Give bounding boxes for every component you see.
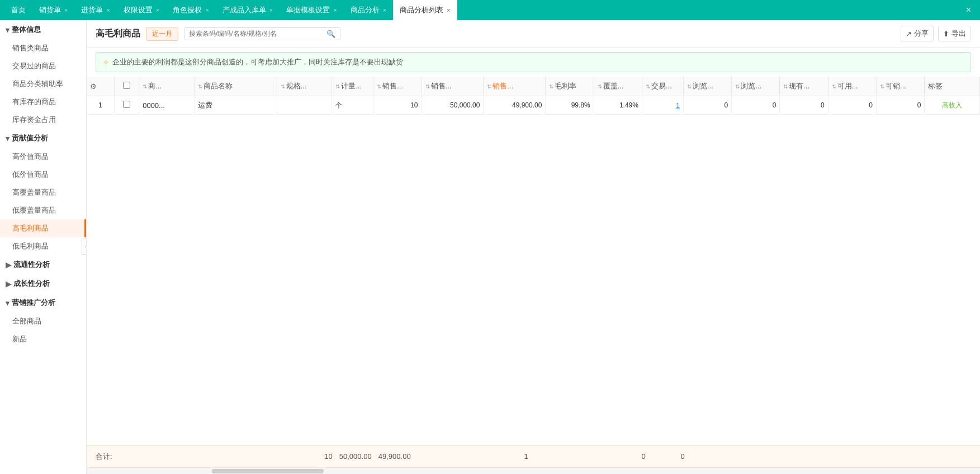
col-header-settings[interactable]: ⚙ xyxy=(87,77,114,96)
nav-tab-analysis[interactable]: 商品分析 × xyxy=(344,0,393,20)
col-header-checkbox[interactable] xyxy=(114,77,139,96)
footer-total: 合计: 10 50,000.00 49,900.00 1 0 0 xyxy=(87,445,980,467)
col-header-cover: ⇅ 覆盖... xyxy=(594,77,642,96)
cell-cover: 1.49% xyxy=(594,96,642,115)
sidebar-item-new-goods[interactable]: 新品 xyxy=(0,330,86,348)
time-filter-button[interactable]: 近一月 xyxy=(146,27,178,41)
cell-check[interactable] xyxy=(114,96,139,115)
close-icon[interactable]: × xyxy=(106,7,110,13)
sidebar-item-category-rate[interactable]: 商品分类辅助率 xyxy=(0,75,86,93)
nav-tab-analysis-list[interactable]: 商品分析列表 × xyxy=(393,0,457,20)
sort-icon[interactable]: ⇅ xyxy=(880,83,884,90)
sidebar-item-stock-capital[interactable]: 库存资金占用 xyxy=(0,111,86,129)
content-header: 高毛利商品 近一月 🔍 ↗ 分享 ⬆ 导出 xyxy=(87,20,980,48)
sidebar-item-sales-goods[interactable]: 销售类商品 xyxy=(0,39,86,57)
close-icon[interactable]: × xyxy=(383,7,386,13)
share-icon: ↗ xyxy=(906,30,912,38)
sort-icon[interactable]: ⇅ xyxy=(832,83,836,90)
sort-icon[interactable]: ⇅ xyxy=(598,83,602,90)
search-icon[interactable]: 🔍 xyxy=(326,30,335,38)
sidebar-item-low-profit[interactable]: 低毛利商品 xyxy=(0,237,86,255)
close-icon[interactable]: × xyxy=(64,7,68,13)
sidebar-item-high-coverage[interactable]: 高覆盖量商品 xyxy=(0,184,86,201)
cell-sales-profit: 49,900.00 xyxy=(484,96,546,115)
col-header-browse2: ⇅ 浏览... xyxy=(732,77,780,96)
info-bar: ✧ 企业的主要的利润都是这部分商品创造的，可考虑加大推广，同时关注库存是不要出现… xyxy=(96,52,971,72)
export-button[interactable]: ⬆ 导出 xyxy=(938,26,971,41)
scroll-thumb[interactable] xyxy=(212,469,324,473)
close-icon[interactable]: × xyxy=(205,7,209,13)
close-icon[interactable]: × xyxy=(447,7,450,13)
sort-icon[interactable]: ⇅ xyxy=(281,83,285,90)
sidebar-item-all-goods[interactable]: 全部商品 xyxy=(0,312,86,330)
sort-icon[interactable]: ⇅ xyxy=(487,83,491,90)
nav-tab-product-in[interactable]: 产成品入库单 × xyxy=(216,0,280,20)
sidebar-group-growth[interactable]: ▶ 成长性分析 xyxy=(0,274,86,293)
close-icon[interactable]: × xyxy=(156,7,159,13)
nav-tab-auth[interactable]: 权限设置 × xyxy=(117,0,166,20)
sidebar-group-overall[interactable]: ▾ 整体信息 xyxy=(0,20,86,39)
nav-tab-home[interactable]: 首页 xyxy=(4,0,32,20)
sort-icon[interactable]: ⇅ xyxy=(687,83,692,90)
sidebar-item-high-profit[interactable]: 高毛利商品 xyxy=(0,219,86,237)
nav-tab-sales[interactable]: 销货单 × xyxy=(32,0,74,20)
search-box: 🔍 xyxy=(184,27,340,40)
cell-name: 运费 xyxy=(194,96,277,115)
chevron-right-icon: ▶ xyxy=(6,261,11,269)
col-header-trade: ⇅ 交易... xyxy=(642,77,683,96)
row-checkbox[interactable] xyxy=(123,101,130,108)
content-area: 高毛利商品 近一月 🔍 ↗ 分享 ⬆ 导出 ✧ 企业的主要的利润都是这部分商品创… xyxy=(87,20,980,474)
total-label: 合计: xyxy=(96,452,112,462)
sort-icon[interactable]: ⇅ xyxy=(425,83,430,90)
sidebar-group-contribution[interactable]: ▾ 贡献值分析 xyxy=(0,129,86,148)
cell-spec xyxy=(277,96,332,115)
table-body: 1 0000... 运费 个 10 50,000.00 xyxy=(87,96,980,115)
col-header-tag: 标签 xyxy=(925,77,980,96)
sidebar-item-traded-goods[interactable]: 交易过的商品 xyxy=(0,57,86,75)
export-icon: ⬆ xyxy=(943,30,949,38)
sidebar-item-low-coverage[interactable]: 低覆盖量商品 xyxy=(0,201,86,219)
info-icon: ✧ xyxy=(103,58,109,67)
col-header-name: ⇅ 商品名称 xyxy=(194,77,277,96)
close-icon[interactable]: × xyxy=(269,7,273,13)
sort-icon[interactable]: ⇅ xyxy=(335,83,340,90)
sidebar-collapse-button[interactable]: « xyxy=(82,238,87,255)
nav-tab-role[interactable]: 角色授权 × xyxy=(166,0,215,20)
total-stock1: 0 xyxy=(610,452,649,461)
sort-icon[interactable]: ⇅ xyxy=(143,83,147,90)
col-header-sales-profit: ⇅ 销售... xyxy=(484,77,546,96)
sidebar-item-high-value[interactable]: 高价值商品 xyxy=(0,148,86,166)
close-all-button[interactable]: × xyxy=(962,5,976,15)
select-all-checkbox[interactable] xyxy=(123,82,130,89)
search-input[interactable] xyxy=(189,30,326,37)
nav-tab-purchase[interactable]: 进货单 × xyxy=(74,0,116,20)
chevron-down-icon: ▾ xyxy=(6,299,10,307)
share-button[interactable]: ↗ 分享 xyxy=(901,26,934,41)
sort-icon[interactable]: ⇅ xyxy=(646,83,650,90)
sort-icon[interactable]: ⇅ xyxy=(735,83,740,90)
col-header-unit: ⇅ 计量... xyxy=(332,77,373,96)
sort-icon[interactable]: ⇅ xyxy=(198,83,202,90)
chevron-down-icon: ▾ xyxy=(6,134,10,143)
cell-tag: 高收入 xyxy=(925,96,980,115)
cell-sales-qty: 10 xyxy=(373,96,422,115)
col-header-browse1: ⇅ 浏览... xyxy=(683,77,731,96)
sort-icon[interactable]: ⇅ xyxy=(377,83,381,90)
sidebar-group-liquidity[interactable]: ▶ 流通性分析 xyxy=(0,255,86,274)
horizontal-scrollbar[interactable] xyxy=(87,467,980,474)
sidebar-group-marketing[interactable]: ▾ 营销推广分析 xyxy=(0,293,86,312)
data-table: ⚙ ⇅ 商... ⇅ xyxy=(87,77,980,115)
sidebar-item-stocked-goods[interactable]: 有库存的商品 xyxy=(0,93,86,111)
total-profit-rate xyxy=(414,452,453,461)
nav-tab-template[interactable]: 单据模板设置 × xyxy=(280,0,343,20)
col-header-profit-rate: ⇅ 毛利率 xyxy=(546,77,594,96)
sidebar-item-low-value[interactable]: 低价值商品 xyxy=(0,166,86,184)
total-sales-amt: 50,000.00 xyxy=(336,452,375,461)
close-icon[interactable]: × xyxy=(333,7,337,13)
total-trade: 1 xyxy=(493,452,532,461)
data-table-wrapper: ⚙ ⇅ 商... ⇅ xyxy=(87,77,980,445)
sort-icon[interactable]: ⇅ xyxy=(549,83,553,90)
page-title: 高毛利商品 xyxy=(96,28,140,40)
sort-icon[interactable]: ⇅ xyxy=(783,83,788,90)
col-header-stock1: ⇅ 现有... xyxy=(780,77,828,96)
